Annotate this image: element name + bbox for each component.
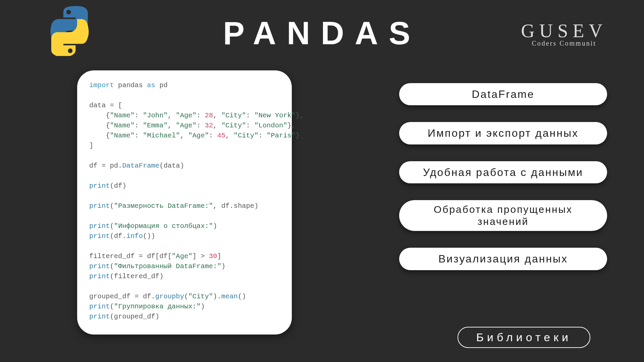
feature-pill-dataframe: DataFrame	[399, 83, 607, 105]
code-line: df = pd.	[89, 162, 122, 170]
str: "Emma"	[143, 122, 168, 129]
feature-pill-easy-work: Удобная работа с данными	[399, 161, 607, 183]
str: "Paris"	[267, 132, 296, 139]
num: 30	[209, 252, 217, 260]
str: "London"	[254, 122, 287, 129]
code-sample-card: import pandas as pd data = [ {"Name": "J…	[77, 70, 292, 335]
var: grouped_df	[114, 313, 155, 320]
key: "City"	[221, 122, 246, 129]
fn-groupby: groupby	[155, 293, 184, 300]
key: "City"	[234, 132, 259, 139]
fn-print: print	[89, 232, 110, 240]
page-title: PANDAS	[223, 15, 421, 52]
feature-pill-import-export: Импорт и экспорт данных	[399, 122, 607, 144]
fn-print: print	[89, 303, 110, 310]
code-sample: import pandas as pd data = [ {"Name": "J…	[89, 80, 280, 322]
str: "John"	[143, 112, 168, 119]
attr-shape: df.shape	[217, 202, 254, 210]
key: "Age"	[188, 132, 209, 139]
category-tag: Библиотеки	[458, 327, 590, 348]
python-logo-icon	[50, 6, 101, 56]
fn-print: print	[89, 313, 110, 320]
brand-subtitle: Coders Communit	[521, 40, 607, 47]
key: "Age"	[176, 112, 197, 119]
brand-block: GUSEV Coders Communit	[521, 20, 607, 47]
code-line: {	[89, 112, 110, 119]
str: "Michael"	[143, 132, 180, 139]
var-df: df	[114, 182, 122, 190]
key: "Name"	[110, 122, 135, 129]
fn-info: info	[126, 232, 143, 240]
code-line: {	[89, 122, 110, 129]
str: "Age"	[172, 252, 193, 260]
fn-print: print	[89, 202, 110, 210]
fn-print: print	[89, 182, 110, 190]
str: "New York"	[254, 112, 296, 119]
module-pandas: pandas	[114, 81, 147, 89]
key: "City"	[221, 112, 246, 119]
num: 32	[205, 122, 213, 129]
code-line: data = [	[89, 102, 122, 109]
fn-print: print	[89, 273, 110, 280]
var: filtered_df	[114, 273, 159, 280]
code-line: {	[89, 132, 110, 139]
str: "Фильтрованный DataFrame:"	[114, 262, 221, 270]
fn-mean: mean	[221, 293, 238, 300]
fn-print: print	[89, 222, 110, 230]
fn-print: print	[89, 262, 110, 270]
key: "Age"	[176, 122, 197, 129]
key: "Name"	[110, 132, 135, 139]
str: "Размерность DataFrame:"	[114, 202, 213, 210]
fn-dataframe: DataFrame	[122, 162, 159, 170]
feature-pill-list: DataFrame Импорт и экспорт данных Удобна…	[399, 83, 607, 270]
num: 28	[205, 112, 213, 119]
str: "City"	[188, 293, 213, 300]
alias-pd: pd	[155, 81, 168, 89]
kw-as: as	[147, 81, 155, 89]
str: "Группировка данных:"	[114, 303, 201, 310]
code-line: grouped_df = df.	[89, 293, 155, 300]
str: "Информация о столбцах:"	[114, 222, 213, 230]
brand-name: GUSEV	[521, 20, 607, 42]
key: "Name"	[110, 112, 135, 119]
feature-pill-missing-values: Обработка пропущенных значений	[399, 200, 607, 231]
num: 45	[217, 132, 225, 139]
feature-pill-visualization: Визуализация данных	[399, 248, 607, 270]
code-line: filtered_df = df[df[	[89, 252, 172, 260]
code-line: ]	[89, 142, 93, 149]
kw-import: import	[89, 81, 114, 89]
